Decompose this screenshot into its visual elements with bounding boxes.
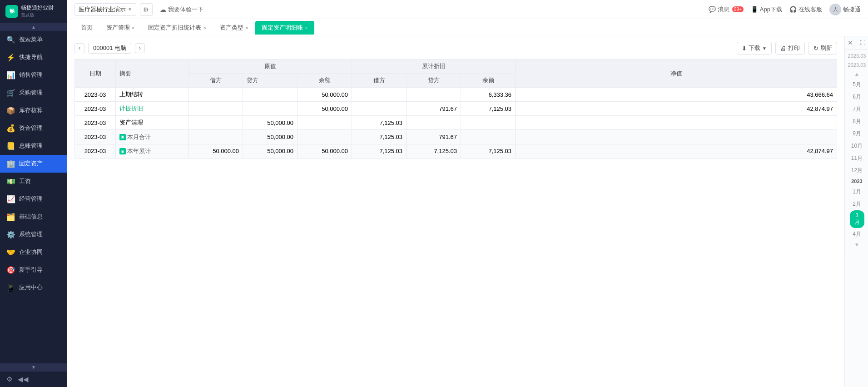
row3-acc-debit: 7,125.03 — [352, 116, 407, 130]
asset-navigation: ‹ 000001 电脑 › ⬇ 下载 ▼ 🖨 打印 ↻ 刷新 — [74, 42, 837, 55]
sidebar-item-base-info[interactable]: 🗂️ 基础信息 — [0, 208, 67, 226]
row3-acc-credit — [407, 116, 461, 130]
row5-acc-debit: 7,125.03 — [352, 144, 407, 159]
close-panel-button[interactable]: ✕ — [848, 39, 853, 46]
user-menu[interactable]: 人 畅捷通 — [829, 4, 861, 15]
row4-acc-balance — [461, 130, 516, 144]
timeline-month-2[interactable]: 2月 — [845, 198, 868, 210]
right-panel-header: ✕ ⛶ — [845, 36, 868, 50]
guide-icon: 🎯 — [6, 266, 15, 274]
message-button[interactable]: 💬 消息 99+ — [709, 5, 744, 14]
tab-home[interactable]: 首页 — [74, 21, 99, 35]
row5-acc-credit: 7,125.03 — [407, 144, 461, 159]
header-acc-credit: 贷方 — [407, 74, 461, 88]
tab-asset-mgmt[interactable]: 资产管理 × — [100, 21, 141, 35]
timeline-month-10[interactable]: 10月 — [845, 140, 868, 152]
app-center-icon: 📱 — [6, 283, 15, 292]
timeline-month-12[interactable]: 12月 — [845, 164, 868, 177]
tab-close-depreciation-table[interactable]: × — [203, 25, 206, 30]
timeline-month-3[interactable]: 3月 — [850, 210, 864, 228]
row2-net-value: 42,874.97 — [516, 102, 837, 116]
quick-nav-icon: ⚡ — [6, 53, 15, 62]
table-row: 2023-03 ▣ 本月合计 50,000.00 7,125.03 — [75, 130, 837, 144]
timeline-up-chevron[interactable]: ▲ — [853, 69, 861, 79]
topbar: 医疗器械行业演示 ▼ ⚙ ☁ 我要体验一下 💬 消息 99+ 📱 App下载 🎧… — [67, 0, 868, 19]
tab-close-asset-type[interactable]: × — [245, 25, 248, 30]
sidebar-item-purchase[interactable]: 🛒 采购管理 — [0, 84, 67, 102]
header-date: 日期 — [75, 60, 116, 88]
refresh-button[interactable]: ↻ 刷新 — [808, 42, 837, 55]
timeline-month-1[interactable]: 1月 — [845, 186, 868, 198]
row2-desc: 计提折旧 — [116, 102, 188, 116]
tab-depreciation-table[interactable]: 固定资产折旧统计表 × — [142, 21, 212, 35]
tab-asset-detail[interactable]: 固定资产明细账 × — [255, 21, 314, 35]
print-button[interactable]: 🖨 打印 — [775, 42, 805, 55]
timeline-month-4[interactable]: 4月 — [845, 228, 868, 240]
sidebar-item-system[interactable]: ⚙️ 系统管理 — [0, 226, 67, 243]
expand-panel-button[interactable]: ⛶ — [860, 40, 865, 46]
timeline-month-7[interactable]: 7月 — [845, 103, 868, 115]
row3-desc: 资产清理 — [116, 116, 188, 130]
timeline-month-5[interactable]: 5月 — [845, 79, 868, 91]
sidebar-logo: 畅 畅捷通好业财 普及版 — [0, 0, 67, 23]
sidebar-item-enterprise[interactable]: 🤝 企业协同 — [0, 243, 67, 261]
row4-desc: ▣ 本月合计 — [116, 130, 188, 144]
table-row: 2023-03 资产清理 50,000.00 7,125.03 — [75, 116, 837, 130]
sidebar-item-sales[interactable]: 📊 销售管理 — [0, 66, 67, 84]
prev-asset-button[interactable]: ‹ — [74, 43, 84, 53]
timeline-month-8[interactable]: 8月 — [845, 115, 868, 128]
download-button[interactable]: ⬇ 下载 ▼ — [737, 42, 772, 55]
experience-link[interactable]: ☁ 我要体验一下 — [160, 5, 203, 14]
purchase-icon: 🛒 — [6, 89, 15, 97]
sidebar-item-app-center[interactable]: 📱 应用中心 — [0, 279, 67, 297]
row2-acc-balance: 7,125.03 — [461, 102, 516, 116]
settings-button[interactable]: ⚙ — [140, 3, 153, 16]
timeline-down-chevron[interactable]: ▼ — [853, 240, 861, 249]
sidebar-bottom: ⚙ ◀◀ — [0, 371, 67, 387]
row1-date: 2023-03 — [75, 88, 116, 102]
row3-net-value — [516, 116, 837, 130]
sidebar-item-payroll[interactable]: 💵 工资 — [0, 173, 67, 190]
tab-close-asset-detail[interactable]: × — [305, 25, 308, 30]
logo-icon: 畅 — [5, 5, 18, 18]
sidebar-scroll-up[interactable]: ▲ — [0, 23, 67, 31]
operations-icon: 📈 — [6, 195, 15, 203]
collapse-sidebar-icon[interactable]: ◀◀ — [18, 375, 29, 383]
download-dropdown-icon: ▼ — [762, 46, 767, 51]
sidebar-item-quick-nav[interactable]: ⚡ 快捷导航 — [0, 49, 67, 66]
row1-acc-credit — [407, 88, 461, 102]
row2-acc-credit: 791.67 — [407, 102, 461, 116]
timeline-year-2023: 2023 — [851, 177, 862, 186]
header-original-value: 原值 — [188, 60, 352, 74]
app-download-button[interactable]: 📱 App下载 — [751, 5, 782, 14]
header-accumulated-depreciation: 累计折旧 — [352, 60, 516, 74]
row2-orig-credit — [243, 102, 298, 116]
next-asset-button[interactable]: › — [135, 43, 145, 53]
sidebar-item-ledger[interactable]: 📒 总账管理 — [0, 137, 67, 155]
header-acc-debit: 借方 — [352, 74, 407, 88]
row5-date: 2023-03 — [75, 144, 116, 159]
row4-net-value — [516, 130, 837, 144]
topbar-right-actions: 💬 消息 99+ 📱 App下载 🎧 在线客服 人 畅捷通 — [709, 4, 861, 15]
row5-acc-balance: 7,125.03 — [461, 144, 516, 159]
sidebar-item-fixed-assets[interactable]: 🏢 固定资产 — [0, 155, 67, 173]
company-selector[interactable]: 医疗器械行业演示 ▼ — [74, 3, 136, 16]
row2-acc-debit — [352, 102, 407, 116]
customer-service-button[interactable]: 🎧 在线客服 — [789, 5, 822, 14]
sidebar-item-inventory[interactable]: 📦 库存核算 — [0, 102, 67, 119]
sidebar-item-funds[interactable]: 💰 资金管理 — [0, 119, 67, 137]
sidebar-item-guide[interactable]: 🎯 新手引导 — [0, 261, 67, 279]
timeline-month-11[interactable]: 11月 — [845, 152, 868, 164]
settings-bottom-icon[interactable]: ⚙ — [6, 375, 12, 383]
row3-date: 2023-03 — [75, 116, 116, 130]
table-row: 2023-03 ▣ 本年累计 50,000.00 50,000.00 50,00… — [75, 144, 837, 159]
tab-close-asset-mgmt[interactable]: × — [132, 25, 134, 30]
sidebar-scroll-down[interactable]: ▼ — [0, 363, 67, 371]
sidebar-item-search[interactable]: 🔍 搜索菜单 — [0, 31, 67, 49]
sidebar-item-operations[interactable]: 📈 经营管理 — [0, 190, 67, 208]
enterprise-icon: 🤝 — [6, 248, 15, 257]
row2-orig-debit — [188, 102, 243, 116]
timeline-month-9[interactable]: 9月 — [845, 128, 868, 140]
tab-asset-type[interactable]: 资产类型 × — [213, 21, 254, 35]
timeline-month-6[interactable]: 6月 — [845, 91, 868, 103]
